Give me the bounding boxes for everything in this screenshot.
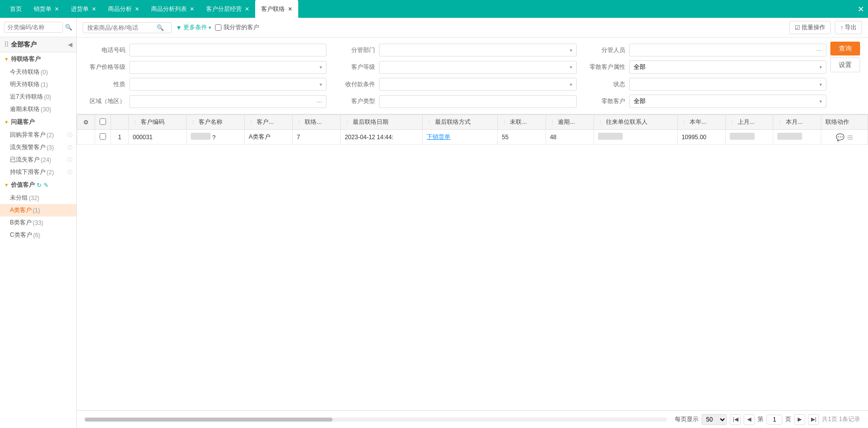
action-icons: 💬 ⊞ — [825, 133, 864, 141]
nav-product-analysis[interactable]: 商品分析 ✕ — [102, 0, 145, 18]
th-level[interactable]: ⋮ 客户... — [245, 115, 293, 130]
td-checkbox[interactable] — [95, 130, 111, 145]
filter-customer-level-select[interactable]: ▾ — [379, 61, 576, 74]
sidebar: 🔍 ⠿ 全部客户 ◀ ▼ 待联络客户 今天待联络 (0) 明天待联络 (1) 近… — [0, 18, 77, 428]
prev-page-btn[interactable]: ◀ — [744, 414, 755, 425]
filter-retail-attr-select[interactable]: 全部 ▾ — [629, 60, 826, 74]
nav-home[interactable]: 首页 — [4, 0, 28, 18]
refresh-icon[interactable]: ↻ — [37, 182, 42, 189]
all-customers-header[interactable]: ⠿ 全部客户 ◀ — [0, 37, 76, 53]
sidebar-item-class-b[interactable]: B类客户 (33) — [0, 216, 76, 229]
last-page-btn[interactable]: ▶| — [808, 414, 819, 425]
th-no-contact[interactable]: ⋮ 未联... — [498, 115, 546, 130]
edit-value-group-icon[interactable]: ✎ — [44, 182, 49, 189]
drag-handle: ⋮ — [133, 119, 138, 125]
settings-icon[interactable]: ⚙ — [83, 119, 89, 126]
last-method-link[interactable]: 下销货单 — [427, 133, 450, 140]
nav-purchase[interactable]: 进货单 ✕ — [65, 0, 102, 18]
filter-payment-select[interactable]: ▾ — [379, 78, 576, 91]
page-input[interactable] — [766, 415, 782, 425]
th-settings[interactable]: ⚙ — [77, 115, 95, 130]
sidebar-item-today[interactable]: 今天待联络 (0) — [0, 66, 76, 78]
th-last-method[interactable]: ⋮ 最后联络方式 — [423, 115, 498, 130]
th-contact-person[interactable]: ⋮ 往来单位联系人 — [594, 115, 677, 130]
close-all-btn[interactable]: ✕ — [858, 4, 864, 14]
info-icon[interactable]: ⓘ — [67, 132, 72, 139]
row-checkbox[interactable] — [100, 133, 106, 140]
close-sales-tab[interactable]: ✕ — [54, 6, 59, 12]
collapse-icon[interactable]: ◀ — [68, 41, 72, 48]
filter-payment-label: 收付款条件 — [334, 80, 379, 89]
td-last-method[interactable]: 下销货单 — [423, 130, 498, 145]
filter-person-input[interactable]: ··· — [629, 44, 826, 56]
sidebar-group-problem[interactable]: ▼ 问题客户 — [0, 115, 76, 129]
th-last-month[interactable]: ⋮ 上月... — [725, 115, 773, 130]
th-overdue[interactable]: ⋮ 逾期... — [545, 115, 594, 130]
th-code[interactable]: ⋮ 客户编码 — [129, 115, 187, 130]
more-action-icon[interactable]: ⊞ — [847, 133, 853, 141]
name-blurred — [191, 133, 211, 140]
info-icon-3[interactable]: ⓘ — [67, 157, 72, 163]
th-this-month[interactable]: ⋮ 本月... — [773, 115, 821, 130]
sidebar-group-pending[interactable]: ▼ 待联络客户 — [0, 53, 76, 66]
filter-phone-input[interactable] — [129, 44, 326, 56]
close-product-list-tab[interactable]: ✕ — [190, 6, 194, 12]
more-conditions-btn[interactable]: ▼ 更多条件 ▾ — [176, 23, 211, 32]
sidebar-item-tomorrow[interactable]: 明天待联络 (1) — [0, 78, 76, 91]
close-product-analysis-tab[interactable]: ✕ — [135, 6, 139, 12]
drag-handle-7: ⋮ — [502, 119, 507, 125]
export-btn[interactable]: ↑ 导出 — [835, 21, 862, 34]
info-icon-2[interactable]: ⓘ — [67, 144, 72, 151]
region-dots-icon[interactable]: ··· — [317, 98, 323, 106]
filter-search-icon[interactable]: 🔍 — [157, 24, 164, 31]
sidebar-item-churn-warning[interactable]: 流失预警客户 (3) ⓘ — [0, 141, 76, 154]
filter-retail-customer-select[interactable]: 全部 ▾ — [629, 95, 826, 108]
sidebar-item-declining[interactable]: 持续下滑客户 (2) ⓘ — [0, 166, 76, 178]
sidebar-item-overdue[interactable]: 逾期未联络 (30) — [0, 103, 76, 115]
settings-btn[interactable]: 设置 — [830, 57, 860, 72]
th-name[interactable]: ⋮ 客户名称 — [187, 115, 245, 130]
person-dots-icon[interactable]: ··· — [816, 46, 822, 54]
sidebar-search-icon[interactable]: 🔍 — [65, 24, 72, 31]
info-icon-4[interactable]: ⓘ — [67, 169, 72, 176]
sidebar-group-value[interactable]: ▼ 价值客户 ↻ ✎ — [0, 178, 76, 192]
filter-customer-type-input[interactable] — [379, 95, 576, 108]
first-page-btn[interactable]: |◀ — [730, 414, 741, 425]
filter-dept-label: 分管部门 — [334, 46, 379, 54]
nav-product-list[interactable]: 商品分析列表 ✕ — [145, 0, 200, 18]
filter-status-select[interactable]: ▾ — [629, 78, 826, 91]
chat-icon[interactable]: 💬 — [836, 133, 844, 141]
filter-search-input[interactable] — [87, 24, 157, 31]
filter-dept-select[interactable]: ▾ — [379, 44, 576, 56]
sidebar-item-repurchase-abnormal[interactable]: 回购异常客户 (2) ⓘ — [0, 129, 76, 141]
filter-price-level-select[interactable]: ▾ — [129, 61, 326, 74]
next-page-btn[interactable]: ▶ — [794, 414, 805, 425]
filter-region-input[interactable]: ··· — [129, 95, 326, 108]
select-all-checkbox[interactable] — [100, 118, 106, 125]
my-customers-checkbox[interactable]: 我分管的客户 — [215, 23, 259, 32]
nav-sales[interactable]: 销货单 ✕ — [28, 0, 65, 18]
nav-customer-segment[interactable]: 客户分层经营 ✕ — [200, 0, 255, 18]
my-customers-checkbox-input[interactable] — [215, 24, 221, 31]
th-contact-count[interactable]: ⋮ 联络... — [292, 115, 340, 130]
sidebar-item-class-a[interactable]: A类客户 (1) — [0, 204, 76, 216]
sidebar-item-ungroup[interactable]: 未分组 (32) — [0, 192, 76, 204]
sidebar-item-7days[interactable]: 近7天待联络 (0) — [0, 91, 76, 103]
sidebar-item-class-c[interactable]: C类客户 (6) — [0, 229, 76, 241]
close-customer-segment-tab[interactable]: ✕ — [245, 6, 249, 12]
per-page-select[interactable]: 50 20 100 — [702, 414, 727, 425]
all-customers-label: 全部客户 — [11, 40, 37, 49]
close-customer-contact-tab[interactable]: ✕ — [288, 6, 292, 12]
horizontal-scrollbar[interactable] — [85, 418, 667, 422]
batch-ops-btn[interactable]: ☑ 批量操作 — [789, 21, 831, 34]
query-btn[interactable]: 查询 — [830, 42, 860, 55]
th-checkbox[interactable] — [95, 115, 111, 130]
page-suffix: 页 — [785, 415, 791, 424]
close-purchase-tab[interactable]: ✕ — [92, 6, 96, 12]
nav-customer-contact[interactable]: 客户联络 ✕ — [255, 0, 298, 18]
sidebar-item-churned[interactable]: 已流失客户 (24) ⓘ — [0, 154, 76, 166]
filter-nature-select[interactable]: ▾ — [129, 78, 326, 91]
th-last-date[interactable]: ⋮ 最后联络日期 — [340, 115, 423, 130]
sidebar-search-input[interactable] — [4, 22, 63, 33]
th-this-year[interactable]: ⋮ 本年... — [677, 115, 725, 130]
